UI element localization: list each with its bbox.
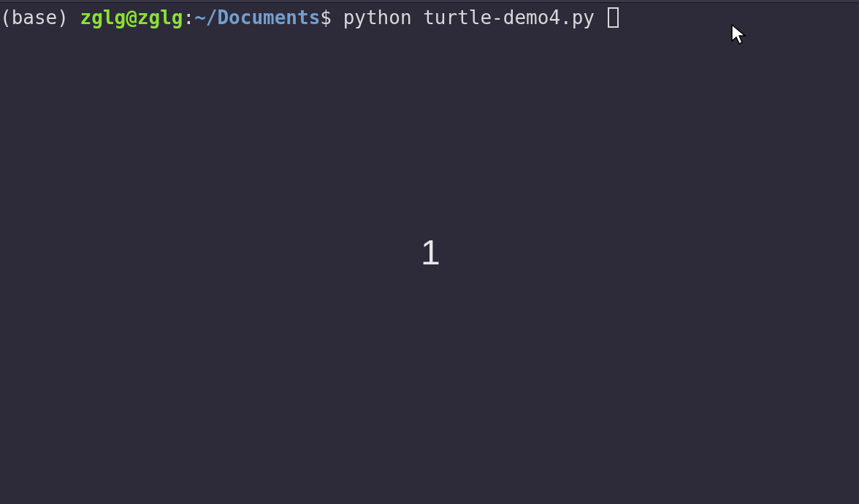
- terminal-cursor: [608, 7, 619, 28]
- terminal-body[interactable]: (base) zglg@zglg:~/Documents$ python tur…: [0, 3, 859, 29]
- conda-env-prefix: (base): [0, 6, 80, 29]
- typed-command: python turtle-demo4.py: [343, 6, 606, 29]
- current-working-directory: ~/Documents: [194, 6, 320, 29]
- prompt-line: (base) zglg@zglg:~/Documents$ python tur…: [0, 6, 859, 29]
- prompt-colon: :: [183, 6, 194, 29]
- user-at-host: zglg@zglg: [80, 6, 183, 29]
- prompt-dollar: $: [320, 6, 343, 29]
- center-overlay-number: 1: [421, 232, 440, 272]
